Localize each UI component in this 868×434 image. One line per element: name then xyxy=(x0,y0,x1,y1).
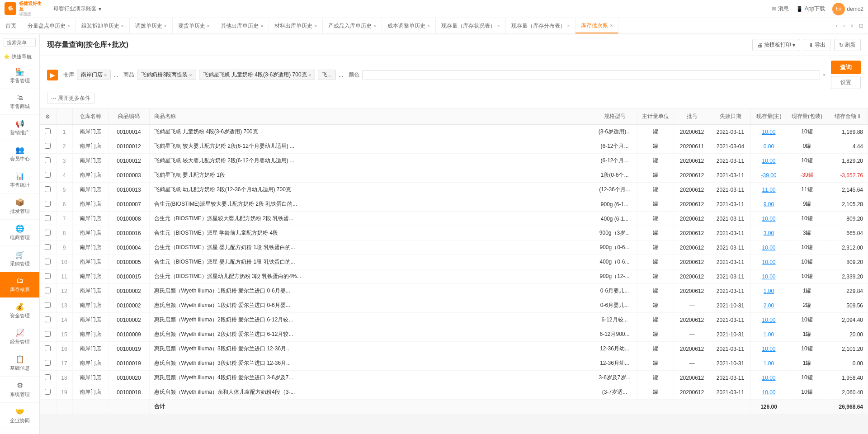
td-stock-main[interactable]: 10.00 xyxy=(751,371,787,385)
td-stock-main[interactable]: 0.00 xyxy=(751,139,787,154)
td-stock-main[interactable]: -39.00 xyxy=(751,168,787,183)
tab-7[interactable]: 产成品入库单历史 × xyxy=(323,18,382,33)
product-more[interactable]: ... xyxy=(339,72,343,78)
td-checkbox[interactable] xyxy=(40,269,56,284)
tab-close-7[interactable]: × xyxy=(373,24,376,28)
td-stock-main[interactable]: 10.00 xyxy=(751,241,787,255)
td-stock-main[interactable]: 10.00 xyxy=(751,255,787,269)
search-input[interactable] xyxy=(4,38,36,47)
tab-close-8[interactable]: × xyxy=(427,24,430,28)
sidebar-item-marketing[interactable]: 📢 营销推广 xyxy=(0,115,39,141)
td-checkbox[interactable] xyxy=(40,327,56,342)
tab-close-1[interactable]: × xyxy=(67,24,70,28)
sidebar-item-finance[interactable]: 💰 资金管理 xyxy=(0,298,39,324)
sidebar-item-enterprise[interactable]: 🤝 企业协同 xyxy=(0,403,39,429)
tab-5[interactable]: 其他出库单历史 × xyxy=(215,18,269,33)
td-stock-main[interactable]: 10.00 xyxy=(751,342,787,356)
tab-11[interactable]: 库存批次账 × xyxy=(576,18,618,33)
td-checkbox[interactable] xyxy=(40,385,56,400)
td-checkbox[interactable] xyxy=(40,356,56,371)
tab-close-9[interactable]: × xyxy=(497,24,500,28)
td-checkbox[interactable] xyxy=(40,342,56,356)
td-checkbox[interactable] xyxy=(40,212,56,226)
product-tag-2-remove[interactable]: × xyxy=(308,72,311,78)
tab-close-3[interactable]: × xyxy=(164,24,167,28)
table-area[interactable]: ⚙ 仓库名称 商品编码 商品名称 规格型号 主计量单位 批号 失效日期 现存量(… xyxy=(40,109,868,434)
td-checkbox[interactable] xyxy=(40,168,56,183)
td-checkbox[interactable] xyxy=(40,183,56,197)
td-stock-main[interactable]: 1.00 xyxy=(751,356,787,371)
tab-6[interactable]: 材料出库单历史 × xyxy=(269,18,323,33)
sidebar-item-retail-stats[interactable]: 📊 零售统计 xyxy=(0,167,39,193)
app-download-button[interactable]: 📱 App下载 xyxy=(796,5,825,13)
sidebar-item-system-mgmt[interactable]: ⚙ 系统管理 xyxy=(0,377,39,403)
tab-1[interactable]: 分量盘点单历史 × xyxy=(22,18,76,33)
tab-close-10[interactable]: × xyxy=(567,24,570,28)
td-checkbox[interactable] xyxy=(40,313,56,327)
td-stock-main[interactable]: 1.00 xyxy=(751,327,787,342)
tab-close-11[interactable]: × xyxy=(610,23,613,28)
message-button[interactable]: ✉ 消息 xyxy=(772,5,789,13)
print-button[interactable]: 🖨 按模板打印 ▾ xyxy=(752,39,800,51)
shortcut-nav[interactable]: ⭐ 快捷导航 xyxy=(0,51,39,63)
product-tag-1[interactable]: 飞鹤奶粉3段两提装 × xyxy=(137,70,196,80)
td-stock-main[interactable]: 11.00 xyxy=(751,183,787,197)
tab-close-4[interactable]: × xyxy=(207,24,210,28)
td-stock-main[interactable]: 3.00 xyxy=(751,226,787,241)
sidebar-item-member-center[interactable]: 👥 会员中心 xyxy=(0,141,39,167)
td-stock-main[interactable]: 9.00 xyxy=(751,197,787,212)
color-filter-dropdown-icon[interactable]: ▾ xyxy=(823,72,826,78)
color-input[interactable] xyxy=(362,70,820,80)
sidebar-item-operations[interactable]: 📈 经营管理 xyxy=(0,324,39,350)
td-stock-main[interactable]: 10.00 xyxy=(751,313,787,327)
product-tag-2[interactable]: 飞鹤星飞帆 儿童奶粉 4段(3-6岁适用) 700克 × xyxy=(199,70,315,80)
td-stock-main[interactable]: 10.00 xyxy=(751,269,787,284)
tab-9[interactable]: 现存量（库存状况表） × xyxy=(436,18,506,33)
tab-close-6[interactable]: × xyxy=(314,24,317,28)
warehouse-tag[interactable]: 南岸门店 × xyxy=(77,70,111,80)
tab-home[interactable]: 首页 xyxy=(0,18,22,33)
refresh-button[interactable]: ↻ 刷新 xyxy=(834,39,861,51)
sidebar-item-purchase[interactable]: 🛒 采购管理 xyxy=(0,246,39,272)
sidebar-item-retail-mgmt[interactable]: 🏪 零售管理 xyxy=(0,63,39,89)
sidebar-item-batch-mgmt[interactable]: 📦 批发管理 xyxy=(0,193,39,220)
tab-4[interactable]: 要货单历史 × xyxy=(173,18,216,33)
tab-10[interactable]: 现存量（库存分布表） × xyxy=(506,18,576,33)
td-checkbox[interactable] xyxy=(40,298,56,313)
tab-close-5[interactable]: × xyxy=(260,24,263,28)
tab-close-all[interactable]: × xyxy=(849,22,855,30)
td-stock-main[interactable]: 10.00 xyxy=(751,212,787,226)
td-checkbox[interactable] xyxy=(40,139,56,154)
query-button[interactable]: 查询 xyxy=(831,61,861,74)
tab-8[interactable]: 成本调整单历史 × xyxy=(382,18,436,33)
filter-expand-button[interactable]: ▶ xyxy=(47,70,58,80)
td-checkbox[interactable] xyxy=(40,226,56,241)
td-stock-main[interactable]: 2.00 xyxy=(751,298,787,313)
sidebar-item-inventory[interactable]: 🗂 库存核算 xyxy=(0,272,39,298)
td-checkbox[interactable] xyxy=(40,241,56,255)
export-button[interactable]: ⬇ 导出 xyxy=(804,39,830,51)
user-menu[interactable]: Ea demo2 xyxy=(832,3,863,15)
td-stock-main[interactable]: 10.00 xyxy=(751,124,787,139)
tab-expand[interactable]: ⊡ xyxy=(857,22,865,30)
td-checkbox[interactable] xyxy=(40,284,56,298)
tab-2[interactable]: 组装拆卸单历史 × xyxy=(76,18,130,33)
sidebar-item-ecommerce[interactable]: 🌐 电商管理 xyxy=(0,220,39,246)
product-tag-3[interactable]: 飞... xyxy=(318,70,336,80)
tab-next-arrow[interactable]: › xyxy=(841,22,847,30)
sidebar-item-retail-shop[interactable]: 🛍 零售商城 xyxy=(0,89,39,115)
warehouse-more[interactable]: ... xyxy=(113,72,118,78)
td-stock-main[interactable]: 10.00 xyxy=(751,385,787,400)
th-settings[interactable]: ⚙ xyxy=(40,109,56,124)
tab-close-2[interactable]: × xyxy=(121,24,124,28)
sidebar-item-basic-info[interactable]: 📋 基础信息 xyxy=(0,350,39,377)
td-stock-main[interactable]: 1.00 xyxy=(751,284,787,298)
sidebar-item-new-guide[interactable]: 🆕 新手引导 xyxy=(0,429,39,434)
td-checkbox[interactable] xyxy=(40,154,56,168)
tab-prev-arrow[interactable]: ‹ xyxy=(834,22,840,30)
td-checkbox[interactable] xyxy=(40,124,56,139)
td-checkbox[interactable] xyxy=(40,197,56,212)
td-checkbox[interactable] xyxy=(40,255,56,269)
product-tag-1-remove[interactable]: × xyxy=(189,72,192,78)
warehouse-remove-icon[interactable]: × xyxy=(104,72,107,78)
